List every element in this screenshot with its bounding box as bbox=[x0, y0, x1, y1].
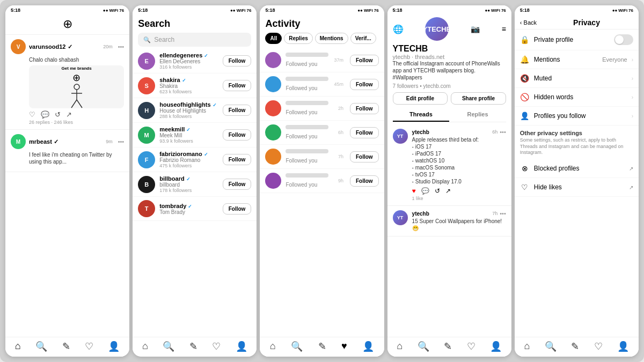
privacy-item-profiles-follow[interactable]: 👤 Profiles you follow › bbox=[515, 107, 639, 125]
svg-line-3 bbox=[71, 100, 77, 108]
nav-compose-1[interactable]: ✎ bbox=[62, 341, 70, 352]
nav-home-5[interactable]: ⌂ bbox=[524, 341, 530, 352]
wifi-5: WiFi bbox=[618, 8, 627, 13]
share-icon-t1[interactable]: ↗ bbox=[445, 187, 451, 195]
follow-btn-activity-2[interactable]: Follow bbox=[350, 79, 379, 90]
nav-compose-2[interactable]: ✎ bbox=[189, 341, 197, 352]
follow-btn-fabrizio[interactable]: Follow bbox=[223, 154, 252, 165]
more-icon-2[interactable]: ••• bbox=[118, 138, 125, 145]
repost-icon-1[interactable]: ↺ bbox=[55, 110, 61, 119]
tab-replies-profile[interactable]: Replies bbox=[449, 108, 506, 122]
search-item-hoh: H houseofhighlights ✓ House of Highlight… bbox=[133, 98, 257, 123]
tab-mentions[interactable]: Mentions bbox=[315, 33, 348, 44]
tab-threads[interactable]: Threads bbox=[393, 108, 450, 122]
thread-more-2[interactable]: ••• bbox=[500, 210, 506, 217]
phone-activity: 5:18 ●● WiFi 76 Activity All Replies Men… bbox=[260, 5, 384, 357]
privacy-label-mentions: Mentions bbox=[534, 56, 598, 63]
more-icon-1[interactable]: ••• bbox=[118, 43, 125, 50]
nav-profile-2[interactable]: 👤 bbox=[236, 341, 247, 352]
privacy-item-muted[interactable]: 🔇 Muted › bbox=[515, 69, 639, 88]
nav-profile-5[interactable]: 👤 bbox=[617, 341, 629, 352]
nav-home-1[interactable]: ⌂ bbox=[15, 341, 21, 352]
threads-logo: ⊕ bbox=[63, 17, 72, 31]
avatar-meekmill: M bbox=[138, 127, 155, 144]
avatar-hoh: H bbox=[138, 102, 155, 119]
privacy-item-hide-likes[interactable]: ♡ Hide likes ↗ bbox=[515, 178, 639, 197]
activity-desc-6: Followed you bbox=[286, 182, 317, 188]
tab-all[interactable]: All bbox=[265, 33, 282, 44]
search-handle-fabrizio: Fabrizio Romano bbox=[159, 157, 218, 163]
private-profile-toggle[interactable] bbox=[614, 34, 633, 45]
activity-avatar-4 bbox=[265, 124, 281, 141]
nav-search-4[interactable]: 🔍 bbox=[418, 341, 429, 352]
search-item-tombrady: T tombrady ✓ Tom Brady Follow bbox=[133, 197, 257, 221]
follow-btn-billboard[interactable]: Follow bbox=[223, 179, 252, 190]
privacy-label-profiles-follow: Profiles you follow bbox=[534, 112, 627, 120]
nav-home-3[interactable]: ⌂ bbox=[270, 341, 276, 352]
nav-compose-3[interactable]: ✎ bbox=[318, 341, 326, 352]
comment-icon-t1[interactable]: 💬 bbox=[421, 187, 429, 195]
nav-heart-5[interactable]: ♡ bbox=[594, 341, 603, 352]
nav-home-4[interactable]: ⌂ bbox=[397, 341, 402, 352]
like-icon-1[interactable]: ♡ bbox=[29, 110, 35, 119]
follow-btn-tombrady[interactable]: Follow bbox=[223, 203, 252, 215]
follow-btn-activity-1[interactable]: Follow bbox=[350, 55, 379, 66]
follow-btn-ellen[interactable]: Follow bbox=[223, 55, 252, 67]
instagram-icon[interactable]: 📷 bbox=[471, 25, 480, 33]
nav-home-2[interactable]: ⌂ bbox=[142, 341, 148, 352]
comment-icon-1[interactable]: 💬 bbox=[41, 110, 49, 119]
search-item-shakira: S shakira ✓ Shakira 623 k followers Foll… bbox=[133, 73, 257, 98]
status-bar-4: 5:18 ●● WiFi 76 bbox=[387, 5, 511, 14]
privacy-item-mentions[interactable]: 🔔 Mentions Everyone › bbox=[515, 50, 639, 69]
tab-replies[interactable]: Replies bbox=[284, 33, 313, 44]
activity-info-1: Followed you bbox=[286, 53, 330, 68]
nav-heart-2[interactable]: ♡ bbox=[212, 341, 221, 352]
menu-icon[interactable]: ≡ bbox=[502, 25, 506, 33]
like-icon-t1[interactable]: ♥ bbox=[412, 187, 416, 195]
status-bar-1: 5:18 ●● WiFi 76 bbox=[5, 5, 129, 14]
follow-btn-activity-6[interactable]: Follow bbox=[350, 175, 379, 187]
follow-btn-activity-4[interactable]: Follow bbox=[350, 127, 379, 138]
privacy-item-hidden-words[interactable]: 🚫 Hidden words › bbox=[515, 88, 639, 107]
follow-btn-activity-3[interactable]: Follow bbox=[350, 103, 379, 114]
follow-btn-activity-5[interactable]: Follow bbox=[350, 151, 379, 162]
activity-desc-4: Followed you bbox=[286, 134, 317, 139]
status-icons-5: ●● WiFi 76 bbox=[612, 8, 633, 13]
privacy-item-blocked[interactable]: ⊗ Blocked profiles ↗ bbox=[515, 159, 639, 178]
wifi-icon-1: WiFi bbox=[109, 8, 118, 13]
nav-search-2[interactable]: 🔍 bbox=[163, 341, 174, 352]
post-user-1: varunsood12 ✓ bbox=[29, 43, 72, 50]
follow-btn-shakira[interactable]: Follow bbox=[223, 80, 252, 91]
nav-profile-4[interactable]: 👤 bbox=[490, 341, 502, 352]
globe-icon[interactable]: 🌐 bbox=[393, 24, 404, 34]
follow-btn-meekmill[interactable]: Follow bbox=[223, 129, 252, 141]
search-name-ellen: ellendegeneres ✓ bbox=[159, 52, 218, 58]
thread-content-2: ytechb 7h ••• 15 Super Cool Wallpapers f… bbox=[412, 210, 506, 232]
nav-profile-1[interactable]: 👤 bbox=[108, 341, 120, 352]
activity-item-4: Followed you 6h Follow bbox=[260, 121, 384, 145]
edit-profile-btn[interactable]: Edit profile bbox=[393, 92, 448, 105]
thread-more-1[interactable]: ••• bbox=[500, 129, 506, 135]
nav-compose-4[interactable]: ✎ bbox=[444, 341, 452, 352]
back-button[interactable]: ‹ < BackBack bbox=[520, 19, 537, 26]
tab-verified[interactable]: Verif... bbox=[350, 33, 376, 44]
nav-search-1[interactable]: 🔍 bbox=[35, 341, 47, 352]
share-profile-btn[interactable]: Share profile bbox=[451, 92, 506, 105]
follow-btn-hoh[interactable]: Follow bbox=[223, 105, 252, 116]
thread-avatar-1: YT bbox=[393, 129, 408, 144]
nav-search-5[interactable]: 🔍 bbox=[545, 341, 557, 352]
privacy-item-private-profile[interactable]: 🔒 Private profile bbox=[515, 29, 639, 50]
nav-compose-5[interactable]: ✎ bbox=[571, 341, 579, 352]
repost-icon-t1[interactable]: ↺ bbox=[435, 187, 440, 195]
nav-search-3[interactable]: 🔍 bbox=[291, 341, 303, 352]
nav-heart-1[interactable]: ♡ bbox=[85, 341, 93, 352]
search-item-fabrizio: F fabrizioromano ✓ Fabrizio Romano 475 k… bbox=[133, 147, 257, 172]
nav-heart-3[interactable]: ♥ bbox=[341, 341, 347, 352]
nav-profile-3[interactable]: 👤 bbox=[362, 341, 374, 352]
search-box[interactable]: 🔍 Search bbox=[138, 33, 251, 47]
avatar-fabrizio: F bbox=[138, 151, 155, 168]
activity-time-1: 37m bbox=[334, 57, 343, 63]
nav-heart-4[interactable]: ♡ bbox=[467, 341, 475, 352]
share-icon-1[interactable]: ↗ bbox=[66, 110, 72, 119]
thread-user-row-2: ytechb 7h ••• bbox=[412, 210, 506, 217]
